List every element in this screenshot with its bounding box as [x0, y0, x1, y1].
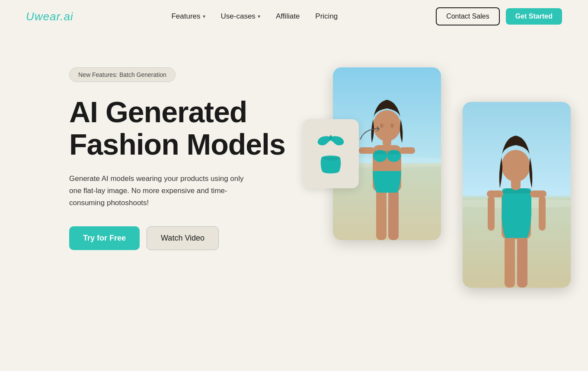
- model-photo-right: [463, 102, 571, 288]
- nav-features[interactable]: Features ▾: [171, 12, 205, 21]
- svg-rect-8: [373, 151, 401, 154]
- svg-rect-18: [517, 236, 527, 288]
- hero-text: New Features: Batch Generation AI Genera…: [69, 59, 294, 250]
- nav-pricing[interactable]: Pricing: [315, 12, 338, 21]
- hero-description: Generate AI models wearing your products…: [69, 173, 251, 209]
- nav-affiliate[interactable]: Affiliate: [276, 12, 300, 21]
- product-flatlay-card: [303, 119, 359, 188]
- chevron-down-icon: ▾: [258, 13, 260, 19]
- nav-actions: Contact Sales Get Started: [436, 7, 562, 25]
- feature-badge: New Features: Batch Generation: [69, 67, 176, 82]
- model-right-figure: [463, 102, 571, 288]
- svg-rect-24: [487, 190, 503, 197]
- logo[interactable]: Uwear.ai: [26, 10, 74, 23]
- svg-rect-17: [505, 236, 515, 288]
- arrow-icon: [357, 122, 382, 150]
- hero-title: AI Generated Fashion Models: [69, 96, 294, 161]
- svg-point-12: [390, 124, 394, 128]
- hero-section: New Features: Batch Generation AI Genera…: [0, 33, 588, 335]
- svg-rect-27: [539, 196, 546, 231]
- get-started-button[interactable]: Get Started: [506, 8, 562, 25]
- svg-rect-4: [388, 188, 399, 240]
- bikini-top-icon: [316, 133, 346, 150]
- hero-images: [329, 67, 571, 309]
- hero-buttons: Try for Free Watch Video: [69, 226, 294, 250]
- nav-use-cases[interactable]: Use-cases ▾: [221, 12, 260, 21]
- chevron-down-icon: ▾: [203, 13, 205, 19]
- navigation: Uwear.ai Features ▾ Use-cases ▾ Affiliat…: [0, 0, 588, 33]
- svg-rect-26: [488, 196, 495, 231]
- svg-rect-25: [530, 190, 546, 197]
- contact-sales-button[interactable]: Contact Sales: [436, 7, 500, 25]
- svg-rect-3: [376, 188, 387, 240]
- bikini-bottom-icon: [318, 153, 344, 174]
- watch-video-button[interactable]: Watch Video: [147, 226, 219, 250]
- svg-rect-14: [399, 147, 415, 154]
- svg-point-23: [502, 150, 530, 182]
- svg-rect-0: [330, 135, 332, 138]
- try-for-free-button[interactable]: Try for Free: [69, 226, 140, 250]
- nav-links: Features ▾ Use-cases ▾ Affiliate Pricing: [171, 12, 338, 21]
